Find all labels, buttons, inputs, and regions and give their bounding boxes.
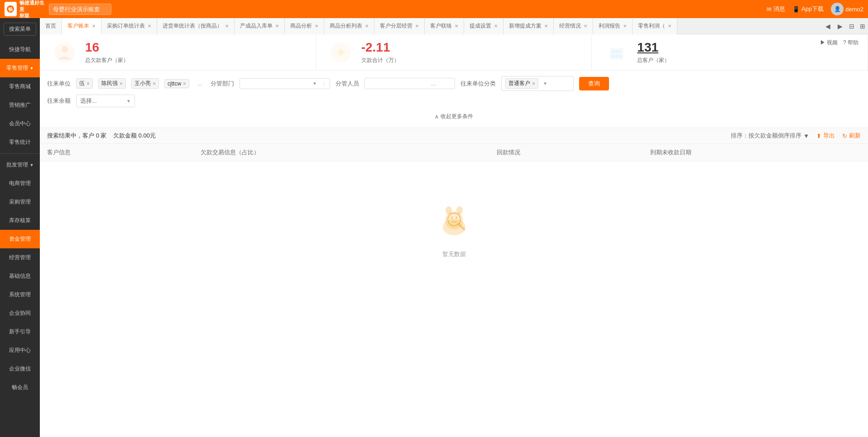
table-header: 客户信息 欠款交易信息（占比） 回款情况 到期未收款日期 [40,144,868,162]
tab-purchase-order-stats[interactable]: 采购订单统计表 ✕ [101,18,157,34]
industry-select[interactable]: 母婴行业演示账套 [49,4,111,15]
tab-minimize[interactable]: ⊟ [846,18,857,34]
tab-maximize[interactable]: ⊞ [857,18,868,34]
tab-close-customer-balance[interactable]: ✕ [92,24,96,28]
filter-tag-wang[interactable]: 王小亮 × [131,78,159,89]
stats-bar: 16 总欠款客户（家） ¥ [40,34,868,71]
tab-customer-balance[interactable]: 客户账本 ✕ [62,18,101,34]
unit-category-label: 往来单位分类 [460,80,496,88]
sidebar-item-purchase-mgmt[interactable]: 采购管理 [0,193,40,211]
empty-state: 暂无数据 [40,162,868,294]
top-bar-right: ✉ 消息 📱 App下载 👤 demo2 [767,3,863,15]
tab-product-analysis-list[interactable]: 商品分析列表 ✕ [324,18,374,34]
tab-retail-profit[interactable]: 零售利润（ ✕ [633,18,677,34]
tab-close-profit-report[interactable]: ✕ [623,24,627,28]
tab-business-status[interactable]: 经营情况 ✕ [554,18,593,34]
tab-scroll-left[interactable]: ◀ [822,18,834,34]
unit-category-select[interactable]: 普通客户 × ▼ [501,76,574,91]
tab-close-new-promotion[interactable]: ✕ [544,24,548,28]
dept-clear-icon[interactable]: ｜ [321,81,326,87]
collapse-filters-btn[interactable]: ∧ 收起更多条件 [47,111,861,122]
sidebar-item-enterprise-collab[interactable]: 企业协同 [0,304,40,323]
sidebar-item-capital-mgmt[interactable]: 资金管理 [0,230,40,248]
stat-overdue-amount-values: -2.11 欠款合计（万） [361,40,399,64]
message-icon: ✉ [767,6,772,13]
balance-select[interactable]: 选择... ▼ [76,95,135,107]
person-input-group: ... [364,78,455,89]
sidebar-item-inventory-check[interactable]: 库存核算 [0,211,40,230]
tab-stock-stats[interactable]: 进货单统计表（按商品） ✕ [157,18,235,34]
tab-close-product-inbound[interactable]: ✕ [275,24,279,28]
filter-tag-cjttcw-close[interactable]: × [183,81,186,87]
result-info: 搜索结果中，客户 0 家 欠款金额 0.00元 [47,132,156,140]
user-profile[interactable]: 👤 demo2 [831,3,863,15]
sidebar-item-app-center[interactable]: 应用中心 [0,341,40,360]
sidebar-item-wholesale-mgmt[interactable]: 批发管理 ▼ [0,156,40,174]
filter-tag-wu-close[interactable]: × [86,81,90,87]
tab-close-stock-stats[interactable]: ✕ [225,24,229,28]
tab-promotion-settings[interactable]: 提成设置 ✕ [464,18,504,34]
sidebar-item-member-center[interactable]: 会员中心 [0,114,40,133]
top-bar: 畅 畅捷通好生意 标版 母婴行业演示账套 ✉ 消息 📱 App下载 👤 [0,0,868,18]
person-input-dots[interactable]: ... [428,80,439,87]
tab-close-customer-contact[interactable]: ✕ [455,24,458,28]
sidebar-item-marketing[interactable]: 营销推广 [0,96,40,114]
sidebar-item-vip-member[interactable]: 畅会员 [0,378,40,397]
tab-scroll-right[interactable]: ▶ [834,18,846,34]
filter-tag-cjttcw[interactable]: cjttcw × [164,79,189,88]
tab-product-inbound[interactable]: 产成品入库单 ✕ [235,18,285,34]
sidebar-item-retail-mall[interactable]: 零售商城 [0,77,40,96]
unit-category-tag-normal[interactable]: 普通客户 × [505,78,538,89]
sidebar-item-retail-stats[interactable]: 零售统计 [0,133,40,152]
help-btn[interactable]: ? 帮助 [843,39,858,47]
tab-close-customer-segment[interactable]: ✕ [415,24,419,28]
filter-tag-wang-close[interactable]: × [153,81,156,87]
refresh-icon: ↻ [842,133,847,139]
stat-overdue-customers: 16 总欠款客户（家） [40,34,316,70]
app-download-btn[interactable]: 📱 App下载 [792,5,824,13]
col-overdue-trade-info: 欠款交易信息（占比） [193,144,489,162]
export-btn[interactable]: ⬆ 导出 [816,132,835,140]
filter-tag-chen[interactable]: 陈民强 × [98,78,126,89]
col-repayment-status: 回款情况 [489,144,643,162]
unit-category-tag-close[interactable]: × [532,81,535,87]
result-actions: 排序：按欠款金额倒序排序 ▼ ⬆ 导出 ↻ 刷新 [731,132,861,140]
tab-product-analysis[interactable]: 商品分析 ✕ [285,18,324,34]
tab-close-business-status[interactable]: ✕ [584,24,587,28]
search-menu-btn[interactable]: 搜索菜单 [4,23,36,36]
person-input[interactable] [365,78,428,89]
sidebar-item-system-mgmt[interactable]: 系统管理 [0,285,40,304]
refresh-btn[interactable]: ↻ 刷新 [842,132,861,140]
filter-tag-wu[interactable]: 伍 × [76,78,93,89]
sidebar-item-enterprise-wechat[interactable]: 企业微信 [0,360,40,378]
sort-select[interactable]: 排序：按欠款金额倒序排序 ▼ [731,132,809,140]
tab-home[interactable]: 首页 [40,18,62,34]
tab-close-product-analysis-list[interactable]: ✕ [365,24,369,28]
tab-close-purchase-order[interactable]: ✕ [148,24,151,28]
content-area: 首页 客户账本 ✕ 采购订单统计表 ✕ 进货单统计表（按商品） ✕ 产成品入库单… [40,18,868,437]
sidebar-item-ecommerce-mgmt[interactable]: 电商管理 [0,174,40,193]
sidebar-search-area: 搜索菜单 [0,18,40,40]
overdue-amount-label: 欠款合计（万） [361,57,399,64]
tab-close-retail-profit[interactable]: ✕ [668,24,671,28]
filter-tag-chen-close[interactable]: × [120,81,123,87]
sort-chevron-icon: ▼ [803,133,809,139]
tab-new-promotion-plan[interactable]: 新增提成方案 ✕ [504,18,554,34]
tab-customer-contact[interactable]: 客户联络 ✕ [425,18,464,34]
message-btn[interactable]: ✉ 消息 [767,5,785,13]
col-overdue-date: 到期未收款日期 [643,144,868,162]
tab-close-promotion-settings[interactable]: ✕ [494,24,498,28]
sidebar-item-operations-mgmt[interactable]: 经营管理 [0,248,40,267]
query-button[interactable]: 查询 [579,77,609,90]
sidebar-item-quick-nav[interactable]: 快捷导航 [0,40,40,59]
video-help-btn[interactable]: ▶ 视频 [820,39,838,47]
tab-profit-report[interactable]: 利润报告 ✕ [593,18,633,34]
result-bar: 搜索结果中，客户 0 家 欠款金额 0.00元 排序：按欠款金额倒序排序 ▼ [40,128,868,144]
filter-more-tags[interactable]: ... [195,79,205,88]
tab-customer-segment[interactable]: 客户分层经营 ✕ [374,18,425,34]
dept-select[interactable]: ▼ ｜ [240,78,330,89]
sidebar-item-retail-mgmt[interactable]: 零售管理 ▼ [0,59,40,77]
sidebar-item-new-guide[interactable]: 新手引导 [0,323,40,341]
tab-close-product-analysis[interactable]: ✕ [315,24,318,28]
sidebar-item-basic-info[interactable]: 基础信息 [0,267,40,285]
